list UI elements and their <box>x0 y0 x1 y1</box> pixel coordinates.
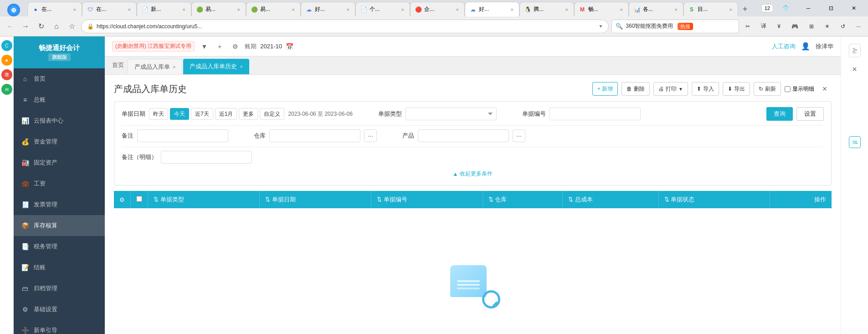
browser-tab-8[interactable]: 🔴 企... × <box>410 2 465 16</box>
page-close-button[interactable]: × <box>818 82 832 96</box>
table-col-cost[interactable]: ⇅ 总成本 <box>563 191 658 208</box>
app-icon-chanjet[interactable]: C <box>1 40 12 51</box>
table-col-checkbox[interactable] <box>131 191 148 208</box>
tab-3-close[interactable]: × <box>182 6 186 13</box>
date-btn-yesterday[interactable]: 昨天 <box>149 108 168 120</box>
search-settings-button[interactable]: 设置 <box>796 107 824 121</box>
menu-item-inventory[interactable]: 📦 库存核算 <box>14 215 105 236</box>
table-col-warehouse[interactable]: ⇅ 仓库 <box>483 191 562 208</box>
menu-item-tax[interactable]: 📑 税务管理 <box>14 236 105 257</box>
tab-11-close[interactable]: × <box>619 6 624 13</box>
new-button[interactable]: + 新增 <box>592 82 618 96</box>
game-button[interactable]: 🎮 <box>788 20 802 33</box>
browser-tab-11[interactable]: M 畅... × <box>574 2 629 16</box>
tab-7-close[interactable]: × <box>401 6 405 13</box>
number-input[interactable] <box>550 108 641 120</box>
import-button[interactable]: ⬆ 导入 <box>692 82 719 96</box>
print-button[interactable]: 🖨 打印 ▼ <box>653 82 688 96</box>
browser-tab-2[interactable]: 🛡 在... × <box>82 2 137 16</box>
menu-item-fixed[interactable]: 🏭 固定资产 <box>14 152 105 173</box>
page-tab-history-close[interactable]: × <box>240 64 242 69</box>
back-button[interactable]: ← <box>4 20 16 33</box>
app-icon-favorite[interactable]: ★ <box>1 55 12 66</box>
date-btn-more[interactable]: 更多 <box>239 108 258 120</box>
shirt-icon[interactable]: 👕 <box>775 0 796 16</box>
browser-tab-7[interactable]: 📄 个... × <box>355 2 410 16</box>
browser-tab-9[interactable]: ☁ 好... × <box>465 2 519 16</box>
tab-2-close[interactable]: × <box>127 6 132 13</box>
if-button[interactable]: If <box>849 136 861 148</box>
scissors-button[interactable]: ✂ <box>742 20 754 33</box>
tab-12-close[interactable]: × <box>674 6 678 13</box>
brightness-button[interactable]: ☀ <box>821 20 833 33</box>
remark-input[interactable] <box>137 129 228 142</box>
bookmark-button[interactable]: ☆ <box>66 20 78 33</box>
browser-tab-13[interactable]: S 目... × <box>683 2 738 16</box>
date-btn-custom[interactable]: 自定义 <box>260 108 284 120</box>
page-tab-history[interactable]: 产成品入库单历史 × <box>183 59 249 74</box>
warehouse-ellipsis-button[interactable]: ··· <box>364 129 377 142</box>
user-service-link[interactable]: 人工咨询 <box>772 42 796 51</box>
refresh-button[interactable]: ↻ 刷新 <box>754 82 781 96</box>
browser-tab-5[interactable]: 🟢 易... × <box>246 2 301 16</box>
translate-button[interactable]: 译 <box>757 20 770 33</box>
query-button[interactable]: 查询 <box>766 107 793 121</box>
browser-tab-4[interactable]: 🟢 易... × <box>191 2 246 16</box>
export-button[interactable]: ⬇ 导出 <box>723 82 750 96</box>
collapse-button[interactable]: ▲ 收起更多条件 <box>453 170 493 178</box>
detail-remark-input[interactable] <box>161 151 252 164</box>
select-all-checkbox[interactable] <box>136 196 142 202</box>
more-button[interactable]: ··· <box>853 20 864 33</box>
menu-item-archive[interactable]: 🗃 归档管理 <box>14 278 105 299</box>
table-col-type[interactable]: ⇅ 单据类型 <box>148 191 260 208</box>
search-bar[interactable]: 🔍 360智能抠图免费用 热搜 <box>611 20 739 33</box>
grid-button[interactable]: ⊞ <box>806 20 817 33</box>
type-select[interactable] <box>406 108 497 120</box>
browser-tab-6[interactable]: ☁ 好... × <box>301 2 355 16</box>
tab-6-close[interactable]: × <box>346 6 350 13</box>
menu-item-home[interactable]: ⌂ 首页 <box>14 68 105 89</box>
address-bar[interactable]: 🔒 https://cloud.chanjet.com/accounting/u… <box>81 20 609 33</box>
date-btn-today[interactable]: 今天 <box>170 108 189 120</box>
home-browser-button[interactable]: ⌂ <box>50 20 63 33</box>
date-btn-1month[interactable]: 近1月 <box>215 108 237 120</box>
page-tab-list-close[interactable]: × <box>173 64 175 70</box>
table-col-date[interactable]: ⇅ 单据日期 <box>259 191 371 208</box>
menu-item-basic[interactable]: ⚙ 基础设置 <box>14 299 105 320</box>
browser-tab-1[interactable]: ● 在... × <box>27 2 82 16</box>
product-ellipsis-button[interactable]: ··· <box>513 129 525 142</box>
app-icon-weibo[interactable]: 微 <box>1 69 12 80</box>
new-tab-button[interactable]: + <box>738 2 752 16</box>
close-button[interactable]: ✕ <box>843 0 864 16</box>
tab-1-close[interactable]: × <box>72 6 77 13</box>
menu-item-cashflow[interactable]: 💰 资金管理 <box>14 131 105 152</box>
product-input[interactable] <box>418 129 509 142</box>
restore-button[interactable]: ⊡ <box>821 0 842 16</box>
breadcrumb-home[interactable]: 首页 <box>112 56 124 74</box>
tab-10-close[interactable]: × <box>565 6 569 13</box>
ai-button[interactable]: Ai <box>849 44 861 57</box>
close-right-panel-icon[interactable]: × <box>852 65 857 74</box>
date-btn-7days[interactable]: 近7天 <box>191 108 213 120</box>
display-toggle-label[interactable]: 显示明细 <box>785 85 814 93</box>
refresh-browser-button[interactable]: ↻ <box>35 20 47 33</box>
tab-5-close[interactable]: × <box>291 6 296 13</box>
tab-4-close[interactable]: × <box>236 6 241 13</box>
menu-item-report[interactable]: 📊 云报表中心 <box>14 110 105 131</box>
forward-button[interactable]: → <box>19 20 32 33</box>
app-icon-email[interactable]: ✉ <box>1 84 12 95</box>
add-company-button[interactable]: + <box>214 41 226 52</box>
tab-13-close[interactable]: × <box>729 6 733 13</box>
table-col-number[interactable]: ⇅ 单据编号 <box>371 191 483 208</box>
company-dropdown-icon[interactable]: ▼ <box>198 41 210 52</box>
display-toggle-checkbox[interactable] <box>785 86 791 92</box>
menu-item-newdoc[interactable]: ➕ 新单引导 <box>14 320 105 334</box>
browser-tab-3[interactable]: 📄 新... × <box>137 2 191 16</box>
table-col-gear[interactable]: ⚙ <box>114 191 131 208</box>
page-tab-list[interactable]: 产成品入库单 × <box>128 59 182 74</box>
minimize-button[interactable]: ─ <box>798 0 819 16</box>
tab-8-close[interactable]: × <box>455 6 460 13</box>
browser-tab-10[interactable]: 🐧 腾... × <box>519 2 574 16</box>
table-col-status[interactable]: ⇅ 单据状态 <box>658 191 770 208</box>
menu-item-invoice[interactable]: 🧾 发票管理 <box>14 194 105 215</box>
